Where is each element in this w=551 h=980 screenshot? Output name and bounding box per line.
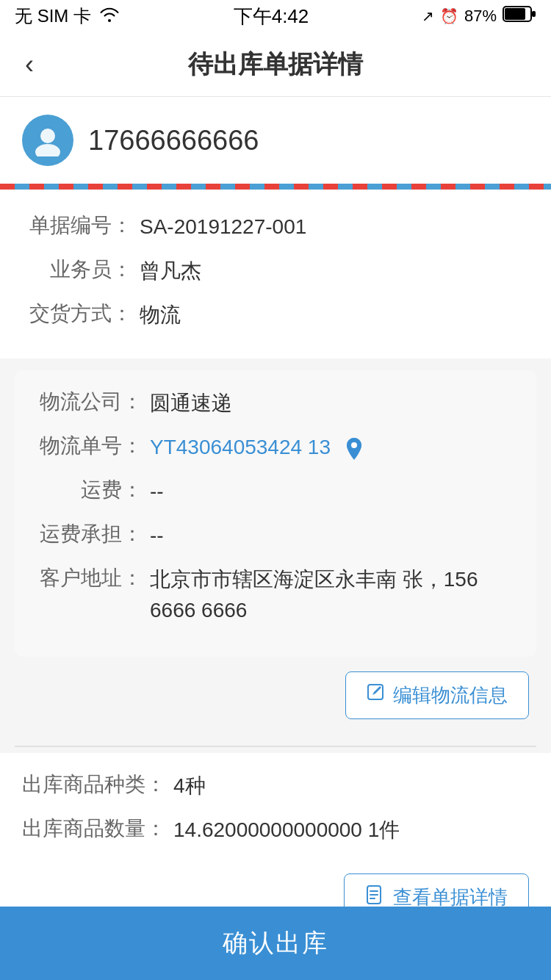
logistics-card: 物流公司： 圆通速递 物流单号： YT43064053424 13 运费： --…	[15, 370, 536, 657]
delivery-label: 交货方式：	[22, 300, 140, 328]
freight-bear-row: 运费承担： --	[32, 520, 519, 551]
address-value: 北京市市辖区海淀区永丰南 张，156 6666 6666	[150, 564, 519, 626]
stock-types-value: 4种	[173, 771, 529, 801]
avatar	[22, 115, 73, 166]
alarm-icon: ⏰	[440, 7, 458, 25]
status-bar: 无 SIM 卡 下午4:42 ↗ ⏰ 87%	[0, 0, 551, 32]
salesman-row: 业务员： 曾凡杰	[22, 256, 529, 287]
logistics-company-value: 圆通速递	[150, 388, 519, 419]
stock-info-section: 出库商品种类： 4种 出库商品数量： 14.62000000000000 1件	[0, 753, 551, 873]
salesman-value: 曾凡杰	[140, 256, 529, 287]
section-separator	[0, 734, 551, 746]
delivery-value: 物流	[140, 300, 529, 331]
delivery-row: 交货方式： 物流	[22, 300, 529, 331]
carrier-label: 无 SIM 卡	[15, 4, 91, 28]
freight-bear-value: --	[150, 520, 519, 551]
status-right: ↗ ⏰ 87%	[422, 5, 536, 27]
separator-bottom	[0, 747, 551, 753]
salesman-label: 业务员：	[22, 256, 140, 284]
svg-point-3	[40, 129, 55, 143]
location-pin-icon[interactable]	[341, 434, 367, 461]
edit-logistics-btn-wrap: 编辑物流信息	[0, 671, 551, 734]
document-info-section: 单据编号： SA-20191227-001 业务员： 曾凡杰 交货方式： 物流	[0, 190, 551, 359]
freight-row: 运费： --	[32, 476, 519, 507]
freight-value: --	[150, 476, 519, 507]
svg-rect-2	[532, 11, 536, 17]
status-left: 无 SIM 卡	[15, 4, 120, 28]
edit-icon	[367, 683, 386, 707]
tracking-value: YT43064053424 13	[150, 432, 331, 463]
logistics-company-row: 物流公司： 圆通速递	[32, 388, 519, 419]
address-label: 客户地址：	[32, 564, 150, 592]
nav-bar: ‹ 待出库单据详情	[0, 32, 551, 97]
stock-quantity-label: 出库商品数量：	[22, 815, 173, 843]
confirm-outbound-button[interactable]: 确认出库	[223, 926, 328, 960]
svg-rect-1	[505, 8, 525, 20]
location-status-icon: ↗	[422, 7, 434, 25]
page-title: 待出库单据详情	[188, 48, 363, 82]
svg-point-4	[35, 144, 60, 156]
doc-number-label: 单据编号：	[22, 212, 140, 239]
stock-quantity-row: 出库商品数量： 14.62000000000000 1件	[22, 815, 529, 846]
time-display: 下午4:42	[234, 4, 309, 29]
tracking-row: 物流单号： YT43064053424 13	[32, 432, 519, 463]
tracking-label: 物流单号：	[32, 432, 150, 460]
customer-phone: 17666666666	[88, 125, 259, 156]
edit-logistics-button[interactable]: 编辑物流信息	[345, 671, 529, 719]
freight-label: 运费：	[32, 476, 150, 504]
stock-quantity-value: 14.62000000000000 1件	[173, 815, 529, 846]
logistics-company-label: 物流公司：	[32, 388, 150, 416]
content-area: 17666666666 单据编号： SA-20191227-001 业务员： 曾…	[0, 97, 551, 980]
stock-types-row: 出库商品种类： 4种	[22, 771, 529, 801]
dashed-divider	[0, 184, 551, 190]
wifi-icon	[98, 6, 120, 26]
stock-types-label: 出库商品种类：	[22, 771, 173, 799]
customer-section: 17666666666	[0, 97, 551, 184]
tracking-value-wrap: YT43064053424 13	[150, 432, 367, 463]
battery-icon	[503, 5, 536, 27]
edit-logistics-label: 编辑物流信息	[393, 682, 508, 708]
freight-bear-label: 运费承担：	[32, 520, 150, 548]
back-button[interactable]: ‹	[18, 42, 41, 87]
doc-number-row: 单据编号： SA-20191227-001	[22, 212, 529, 242]
doc-number-value: SA-20191227-001	[140, 212, 529, 242]
battery-percent: 87%	[464, 7, 497, 26]
confirm-btn-wrap: 确认出库	[0, 907, 551, 980]
svg-point-6	[351, 442, 357, 448]
address-row: 客户地址： 北京市市辖区海淀区永丰南 张，156 6666 6666	[32, 564, 519, 626]
